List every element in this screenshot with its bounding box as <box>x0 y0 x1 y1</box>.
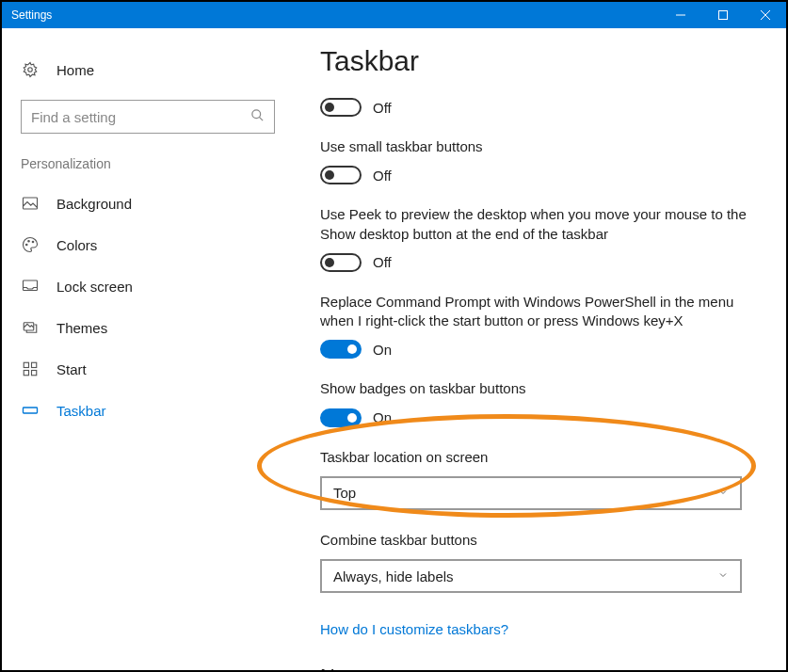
toggle-switch[interactable] <box>320 253 362 272</box>
sidebar-item-label: Themes <box>56 320 107 336</box>
setting-label: Use Peek to preview the desktop when you… <box>320 205 748 244</box>
svg-point-9 <box>28 241 30 243</box>
svg-rect-14 <box>32 362 37 367</box>
setting-peek: Use Peek to preview the desktop when you… <box>320 205 748 272</box>
sidebar-category: Personalization <box>21 156 275 171</box>
close-button[interactable] <box>744 2 786 28</box>
dropdown-combine-buttons[interactable]: Always, hide labels <box>320 559 742 593</box>
toggle-state: Off <box>373 254 392 270</box>
toggle-switch[interactable] <box>320 340 362 359</box>
main-panel: Taskbar Off Use small taskbar buttons Of… <box>294 28 786 670</box>
sidebar-item-lockscreen[interactable]: Lock screen <box>21 265 275 307</box>
svg-point-10 <box>32 241 34 243</box>
nav-home-label: Home <box>56 62 94 78</box>
chevron-down-icon <box>717 487 729 500</box>
window-title: Settings <box>11 8 659 22</box>
maximize-button[interactable] <box>701 2 744 28</box>
sidebar-item-label: Start <box>56 361 87 377</box>
svg-point-4 <box>28 68 33 72</box>
next-section-heading-partial: N <box>320 664 748 670</box>
setting-label: Use small taskbar buttons <box>320 137 748 156</box>
svg-rect-1 <box>718 11 727 20</box>
setting-powershell: Replace Command Prompt with Windows Powe… <box>320 293 748 360</box>
svg-rect-13 <box>24 362 28 367</box>
toggle-state: Off <box>373 168 392 184</box>
dropdown-value: Top <box>333 485 717 501</box>
minimize-button[interactable] <box>659 2 701 28</box>
setting-label: Taskbar location on screen <box>320 448 748 467</box>
page-title: Taskbar <box>320 45 748 77</box>
help-link[interactable]: How do I customize taskbars? <box>320 621 508 637</box>
sidebar-item-background[interactable]: Background <box>21 183 275 224</box>
chevron-down-icon <box>717 569 729 583</box>
toggle-switch[interactable] <box>320 408 362 427</box>
setting-label: Replace Command Prompt with Windows Powe… <box>320 293 748 331</box>
dropdown-value: Always, hide labels <box>333 568 717 584</box>
picture-icon <box>21 194 40 213</box>
svg-rect-16 <box>32 371 37 376</box>
sidebar-item-themes[interactable]: Themes <box>21 307 275 348</box>
setting-toggle-0: Off <box>320 98 748 117</box>
settings-window: Settings Home <box>2 2 786 670</box>
setting-label: Show badges on taskbar buttons <box>320 379 748 398</box>
svg-rect-17 <box>24 408 38 413</box>
svg-rect-15 <box>24 371 28 376</box>
sidebar-item-label: Colors <box>56 237 97 253</box>
taskbar-icon <box>21 401 40 420</box>
toggle-switch[interactable] <box>320 166 362 184</box>
toggle-state: Off <box>373 100 392 116</box>
themes-icon <box>21 318 40 337</box>
nav-home[interactable]: Home <box>21 49 275 90</box>
svg-point-5 <box>252 110 261 119</box>
setting-badges: Show badges on taskbar buttons On <box>320 379 748 426</box>
toggle-state: On <box>373 342 392 358</box>
search-icon <box>250 108 265 125</box>
sidebar: Home Personalization Background <box>2 28 294 670</box>
palette-icon <box>21 235 40 254</box>
setting-label: Combine taskbar buttons <box>320 531 748 550</box>
toggle-state: On <box>373 409 392 425</box>
setting-taskbar-location: Taskbar location on screen Top <box>320 448 748 510</box>
sidebar-item-label: Lock screen <box>56 279 133 295</box>
content-area: Home Personalization Background <box>2 28 786 670</box>
svg-point-8 <box>26 244 28 246</box>
toggle-switch[interactable] <box>320 98 362 117</box>
sidebar-item-label: Taskbar <box>56 403 106 419</box>
dropdown-taskbar-location[interactable]: Top <box>320 476 742 510</box>
sidebar-item-start[interactable]: Start <box>21 348 275 390</box>
titlebar[interactable]: Settings <box>2 2 786 28</box>
sidebar-item-label: Background <box>56 196 132 212</box>
svg-line-6 <box>259 117 263 120</box>
search-box[interactable] <box>21 100 275 134</box>
sidebar-item-colors[interactable]: Colors <box>21 224 275 265</box>
setting-combine-buttons: Combine taskbar buttons Always, hide lab… <box>320 531 748 593</box>
start-icon <box>21 360 40 378</box>
lockscreen-icon <box>21 277 40 296</box>
sidebar-item-taskbar[interactable]: Taskbar <box>21 390 275 431</box>
setting-small-buttons: Use small taskbar buttons Off <box>320 137 748 184</box>
search-input[interactable] <box>31 109 250 125</box>
gear-icon <box>21 60 40 79</box>
